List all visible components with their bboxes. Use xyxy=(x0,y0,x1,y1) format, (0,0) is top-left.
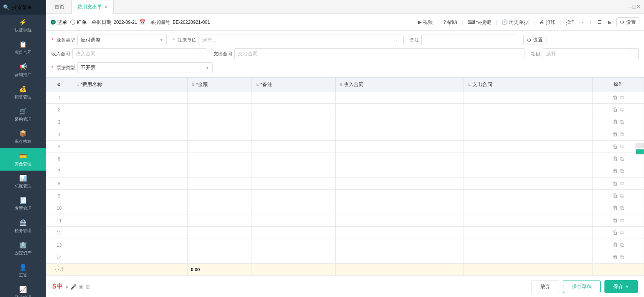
expense-contract-9[interactable] xyxy=(464,190,593,202)
tab-close-icon[interactable]: ✕ xyxy=(104,5,108,10)
expense-name-14[interactable] xyxy=(72,251,187,264)
save-button[interactable]: 保存 ∧ xyxy=(604,280,638,293)
col-setting[interactable]: ⚙ xyxy=(46,78,72,91)
income-more-icon[interactable]: ··· xyxy=(198,51,204,56)
delete-icon-6[interactable]: 🗑 xyxy=(613,156,618,162)
biz-type-input[interactable]: 应付调整 ▼ xyxy=(77,35,167,45)
video-button[interactable]: ▶ 视频 xyxy=(416,18,434,27)
sidebar-item-capital[interactable]: 💳 资金管理 xyxy=(0,148,46,171)
sidebar-item-salary[interactable]: 👤 工资 xyxy=(0,260,46,282)
amount-1[interactable] xyxy=(188,91,252,104)
delete-icon-12[interactable]: 🗑 xyxy=(613,229,618,236)
shortcut-button[interactable]: ⌨ 快捷键 xyxy=(466,18,493,27)
copy-icon-11[interactable]: ⧉ xyxy=(620,217,624,224)
income-contract-5[interactable] xyxy=(335,141,464,153)
income-contract-input[interactable]: 收入合同 ··· xyxy=(72,48,207,59)
tab-home[interactable]: 首页 xyxy=(49,0,70,14)
log-panel-btn[interactable]: 日志 xyxy=(636,149,644,154)
note-10[interactable] xyxy=(252,202,336,214)
copy-icon-12[interactable]: ⧉ xyxy=(620,229,624,236)
expense-contract-6[interactable] xyxy=(464,153,593,165)
radio-red-input[interactable] xyxy=(70,20,75,25)
close-button[interactable]: ✕ xyxy=(636,3,641,10)
sidebar-item-fixed-assets[interactable]: 🏢 固定资产 xyxy=(0,237,46,260)
income-contract-1[interactable] xyxy=(335,91,464,104)
counterpart-input[interactable]: 选择... ··· xyxy=(199,35,403,45)
expense-name-3[interactable] xyxy=(72,116,187,128)
copy-icon-5[interactable]: ⧉ xyxy=(620,143,624,150)
sidebar-item-marketing[interactable]: 📢 营销推广 xyxy=(0,59,46,81)
note-3[interactable] xyxy=(252,116,336,128)
expense-contract-10[interactable] xyxy=(464,202,593,214)
radio-blue[interactable]: 蓝单 xyxy=(51,19,67,26)
ops-button[interactable]: 操作 xyxy=(565,18,578,27)
income-contract-11[interactable] xyxy=(335,214,464,227)
note-input[interactable] xyxy=(421,35,517,45)
expense-contract-7[interactable] xyxy=(464,165,593,178)
save-draft-button[interactable]: 保存草稿 xyxy=(563,280,601,293)
amount-14[interactable] xyxy=(188,251,252,264)
amount-5[interactable] xyxy=(188,141,252,153)
income-contract-3[interactable] xyxy=(335,116,464,128)
delete-icon-5[interactable]: 🗑 xyxy=(613,143,618,150)
tab-expense[interactable]: 费用支出单 ✕ xyxy=(71,0,114,14)
note-11[interactable] xyxy=(252,214,336,227)
delete-icon-2[interactable]: 🗑 xyxy=(613,106,618,113)
delete-icon-9[interactable]: 🗑 xyxy=(613,192,618,199)
delete-icon-14[interactable]: 🗑 xyxy=(613,254,618,260)
expense-contract-input[interactable]: 支出合同 ··· xyxy=(234,48,525,59)
minimize-button[interactable]: — xyxy=(626,3,632,10)
income-contract-7[interactable] xyxy=(335,165,464,178)
expense-name-1[interactable] xyxy=(72,91,187,104)
sidebar-item-project-contract[interactable]: 📋 项目合同 xyxy=(0,37,46,59)
amount-6[interactable] xyxy=(188,153,252,165)
income-contract-10[interactable] xyxy=(335,202,464,214)
settings-button[interactable]: ⚙ 设置 xyxy=(616,17,639,27)
note-13[interactable] xyxy=(252,239,336,251)
income-contract-13[interactable] xyxy=(335,239,464,251)
radio-red[interactable]: 红单 xyxy=(70,19,87,26)
attachment-panel-btn[interactable]: 附件 xyxy=(636,143,644,148)
note-1[interactable] xyxy=(252,91,336,104)
copy-icon-14[interactable]: ⧉ xyxy=(620,254,624,260)
income-contract-4[interactable] xyxy=(335,128,464,141)
expense-name-4[interactable] xyxy=(72,128,187,141)
expense-name-5[interactable] xyxy=(72,141,187,153)
delete-icon-4[interactable]: 🗑 xyxy=(613,131,618,138)
expense-name-6[interactable] xyxy=(72,153,187,165)
note-9[interactable] xyxy=(252,190,336,202)
copy-icon-4[interactable]: ⧉ xyxy=(620,131,624,138)
copy-icon-2[interactable]: ⧉ xyxy=(620,106,624,113)
expense-name-2[interactable] xyxy=(72,104,187,116)
copy-icon-7[interactable]: ⧉ xyxy=(620,168,624,174)
amount-7[interactable] xyxy=(188,165,252,178)
expense-name-13[interactable] xyxy=(72,239,187,251)
delete-icon-3[interactable]: 🗑 xyxy=(613,119,618,125)
amount-2[interactable] xyxy=(188,104,252,116)
help-button[interactable]: ? 帮助 xyxy=(442,18,459,27)
copy-icon-1[interactable]: ⧉ xyxy=(620,94,624,101)
sidebar-item-sales[interactable]: 💰 销售管理 xyxy=(0,81,46,104)
amount-11[interactable] xyxy=(188,214,252,227)
print-button[interactable]: 🖨 打印 xyxy=(538,18,557,27)
calendar-icon[interactable]: 📅 xyxy=(139,19,146,25)
income-contract-2[interactable] xyxy=(335,104,464,116)
copy-icon-13[interactable]: ⧉ xyxy=(620,242,624,248)
expense-name-10[interactable] xyxy=(72,202,187,214)
delete-icon-8[interactable]: 🗑 xyxy=(613,180,618,187)
list-view-button[interactable]: ☰ xyxy=(596,19,603,26)
delete-icon-1[interactable]: 🗑 xyxy=(613,94,618,101)
sidebar-item-purchase[interactable]: 🛒 采购管理 xyxy=(0,104,46,126)
note-5[interactable] xyxy=(252,141,336,153)
sidebar-item-tax[interactable]: 🏦 税务管理 xyxy=(0,215,46,237)
copy-icon-3[interactable]: ⧉ xyxy=(620,119,624,125)
note-12[interactable] xyxy=(252,227,336,239)
income-contract-8[interactable] xyxy=(335,178,464,190)
amount-10[interactable] xyxy=(188,202,252,214)
sidebar-item-accounting[interactable]: 📊 总账管理 xyxy=(0,171,46,193)
expense-contract-2[interactable] xyxy=(464,104,593,116)
delete-icon-10[interactable]: 🗑 xyxy=(613,205,618,211)
expense-contract-11[interactable] xyxy=(464,214,593,227)
sidebar-item-quick-nav[interactable]: ⚡ 快捷导航 xyxy=(0,15,46,37)
expense-name-8[interactable] xyxy=(72,178,187,190)
